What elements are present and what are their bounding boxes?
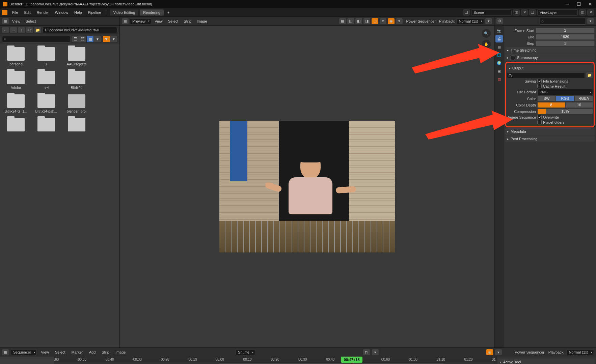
fb-view-list-icon[interactable]: ☰	[72, 36, 79, 42]
fb-item[interactable]: ar4	[32, 71, 61, 90]
fb-item[interactable]: blender_proj	[62, 94, 91, 113]
fb-item[interactable]	[62, 118, 91, 133]
zoom-gizmo-icon[interactable]: 🔍	[482, 29, 491, 38]
seq-mode-dropdown[interactable]: Sequencer	[11, 349, 37, 355]
scene-new-icon[interactable]: ◫	[513, 9, 520, 16]
timeline-area[interactable]: -00:60-00:50-00:40-00:30-00:20-00:1000:0…	[54, 357, 496, 364]
preview-overlay-dd-icon[interactable]: ▾	[380, 18, 386, 24]
track-row[interactable]	[54, 360, 496, 364]
workspace-rendering[interactable]: Rendering	[140, 9, 164, 16]
menu-window[interactable]: Window	[52, 9, 71, 16]
seq-menu-strip[interactable]: Strip	[100, 350, 111, 355]
menu-render[interactable]: Render	[34, 9, 52, 16]
fb-item[interactable]: .personal	[1, 47, 30, 66]
fb-item[interactable]: AAEProjects	[62, 47, 91, 66]
color-depth-toggle[interactable]: 8 16	[537, 102, 593, 108]
workspace-video-editing[interactable]: Video Editing	[110, 9, 139, 16]
preview-power-sequencer[interactable]: Power Sequencer	[404, 19, 437, 24]
seq-overlap-dropdown[interactable]: Shuffle	[236, 349, 255, 355]
pan-gizmo-icon[interactable]: ✋	[482, 40, 491, 49]
panel-output[interactable]: ▾Output	[507, 65, 593, 71]
preview-btn2-icon[interactable]: ◫	[347, 18, 354, 24]
fb-view-settings-icon[interactable]: ▾	[94, 36, 101, 42]
fb-menu-view[interactable]: View	[10, 19, 22, 24]
props-editor-type-icon[interactable]: ⚙	[496, 18, 503, 24]
color-mode-toggle[interactable]: BW RGB RGBA	[537, 96, 593, 101]
viewlayer-name-input[interactable]	[537, 9, 578, 16]
fb-item[interactable]: Bitrix24-G_1...	[1, 94, 30, 113]
menu-help[interactable]: Help	[72, 9, 85, 16]
file-ext-checkbox[interactable]	[537, 79, 542, 83]
ptab-world-icon[interactable]: 🌍	[495, 59, 503, 67]
stereo-checkbox[interactable]	[511, 56, 515, 60]
seq-menu-view[interactable]: View	[39, 350, 51, 355]
seq-overlay-dd-icon[interactable]: ▾	[495, 349, 502, 355]
preview-menu-image[interactable]: Image	[195, 19, 209, 24]
menu-edit[interactable]: Edit	[22, 9, 33, 16]
frame-end-field[interactable]: 1939	[536, 34, 595, 40]
fb-search-input[interactable]	[2, 36, 70, 42]
fb-view-cols-icon[interactable]: ☷	[79, 36, 86, 42]
preview-menu-view[interactable]: View	[153, 19, 165, 24]
preview-editor-type-icon[interactable]: ▦	[122, 18, 129, 24]
fb-filter-settings-icon[interactable]: ▾	[110, 36, 117, 42]
panel-metadata[interactable]: ▸Metadata	[505, 128, 595, 135]
ptab-viewlayer-icon[interactable]: ▦	[495, 43, 503, 51]
color-rgb[interactable]: RGB	[556, 96, 574, 101]
preview-btn1-icon[interactable]: ▦	[339, 18, 346, 24]
preview-btn4-icon[interactable]: ◨	[363, 18, 370, 24]
seq-menu-add[interactable]: Add	[87, 350, 98, 355]
ptab-scene-icon[interactable]: 🌐	[495, 51, 503, 59]
fb-item[interactable]: Bitrix24	[62, 71, 91, 90]
app-icon[interactable]	[2, 10, 7, 15]
preview-btn3-icon[interactable]: ◧	[355, 18, 362, 24]
active-tool-panel[interactable]: ▾Active Tool	[498, 359, 595, 364]
file-format-dropdown[interactable]: PNG	[537, 89, 593, 95]
ptab-object-icon[interactable]: ▣	[495, 67, 503, 75]
preview-menu-strip[interactable]: Strip	[182, 19, 193, 24]
preview-viewport[interactable]: 🔍 ✋	[120, 26, 494, 347]
color-rgba[interactable]: RGBA	[574, 96, 593, 101]
viewlayer-new-icon[interactable]: ◫	[579, 9, 586, 16]
viewlayer-delete-icon[interactable]: ✕	[587, 9, 594, 16]
ptab-render-icon[interactable]: 📷	[495, 27, 503, 34]
fb-filter-icon[interactable]: ▼	[103, 36, 110, 42]
fb-item[interactable]: Adobe	[1, 71, 30, 90]
output-path-input[interactable]	[507, 72, 585, 78]
fb-item[interactable]	[1, 118, 30, 133]
panel-post-processing[interactable]: ▸Post Processing	[505, 135, 595, 142]
fb-path-input[interactable]	[43, 27, 117, 33]
compression-slider[interactable]: 15%	[537, 109, 593, 114]
workspace-add[interactable]: +	[165, 9, 172, 16]
scene-delete-icon[interactable]: ✕	[521, 9, 528, 16]
maximize-button[interactable]: ☐	[576, 2, 582, 6]
fb-item[interactable]	[32, 118, 61, 133]
preview-playback-dropdown[interactable]: Normal (1x)	[457, 18, 484, 24]
seq-snap-dd-icon[interactable]: ▾	[372, 349, 379, 355]
seq-menu-image[interactable]: Image	[113, 350, 128, 355]
editor-type-icon[interactable]: ▦	[2, 18, 9, 24]
seq-menu-select[interactable]: Select	[53, 350, 67, 355]
depth-16[interactable]: 16	[565, 102, 593, 108]
props-search-input[interactable]	[540, 18, 586, 25]
frame-step-field[interactable]: 1	[536, 40, 595, 46]
seq-menu-marker[interactable]: Marker	[69, 350, 85, 355]
menu-pipeline[interactable]: Pipeline	[85, 9, 104, 16]
depth-8[interactable]: 8	[537, 102, 565, 108]
color-bw[interactable]: BW	[537, 96, 556, 101]
ptab-output-icon[interactable]: 🖨	[495, 35, 503, 42]
fb-refresh-icon[interactable]: ⟳	[26, 27, 33, 33]
seq-playback-dropdown[interactable]: Normal (1x)	[567, 349, 594, 355]
fb-forward-icon[interactable]: →	[10, 27, 17, 33]
close-button[interactable]: ✕	[587, 2, 593, 6]
fb-menu-select[interactable]: Select	[24, 19, 38, 24]
scene-browse-icon[interactable]: ❏	[463, 9, 470, 16]
fb-up-icon[interactable]: ↑	[18, 27, 25, 33]
placeholders-checkbox[interactable]	[537, 120, 542, 124]
menu-file[interactable]: File	[9, 9, 21, 16]
seq-overlay-icon[interactable]: ◉	[486, 349, 493, 355]
seq-power-sequencer[interactable]: Power Sequencer	[513, 350, 546, 355]
scene-name-input[interactable]	[471, 9, 512, 16]
props-options-icon[interactable]: ▾	[587, 18, 594, 24]
seq-snap-icon[interactable]: ⊓	[363, 349, 370, 355]
